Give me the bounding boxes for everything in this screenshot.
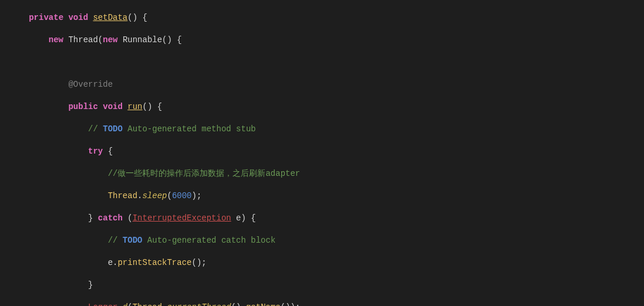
code-line: e.printStackTrace();	[0, 257, 644, 268]
code-line: }	[0, 280, 644, 291]
code-line: @Override	[0, 79, 644, 90]
code-line: new Thread(new Runnable() {	[0, 35, 644, 46]
code-line: private void setData() {	[0, 12, 644, 23]
code-line: public void run() {	[0, 101, 644, 113]
code-line: } catch (InterruptedException e) {	[0, 213, 644, 224]
code-editor[interactable]: private void setData() { new Thread(new …	[0, 0, 644, 306]
code-line: try {	[0, 146, 644, 157]
code-line: // TODO Auto-generated method stub	[0, 124, 644, 135]
code-line: // TODO Auto-generated catch block	[0, 235, 644, 246]
code-line: //做一些耗时的操作后添加数据，之后刷新adapter	[0, 168, 644, 179]
code-line: Thread.sleep(6000);	[0, 191, 644, 202]
code-line	[0, 57, 644, 68]
code-line: Logger.d(Thread.currentThread().getName(…	[0, 302, 644, 306]
